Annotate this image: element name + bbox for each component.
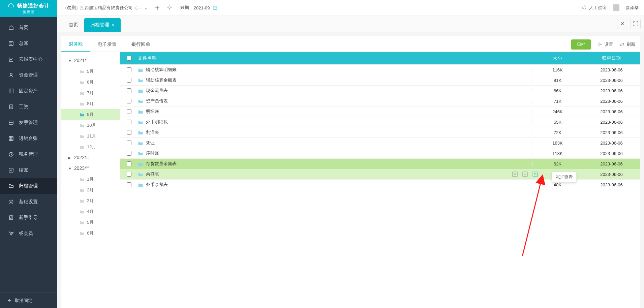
sidebar-item[interactable]: 结账 [0, 162, 57, 178]
row-checkbox[interactable] [127, 151, 131, 156]
tree-month[interactable]: 5月 [61, 217, 120, 228]
table-row[interactable]: 辅助核算明细账116K2023-06-06 [120, 65, 640, 75]
close-icon[interactable]: × [112, 23, 115, 28]
tree-month[interactable]: 12月 [61, 142, 120, 152]
row-checkbox[interactable] [127, 172, 131, 177]
sidebar-item[interactable]: 固定资产 [0, 83, 57, 99]
row-checkbox[interactable] [127, 120, 131, 124]
table-row[interactable]: 存货数量余额表62K2023-06-06 [120, 159, 640, 169]
folder-icon [80, 80, 84, 84]
excel-download-icon[interactable] [512, 171, 518, 177]
pdf-view-icon[interactable] [532, 171, 538, 177]
col-name: 文件名称 [138, 55, 532, 61]
nav-icon [8, 199, 14, 205]
tree-month[interactable]: 3月 [61, 195, 120, 206]
pdf-download-icon[interactable] [522, 171, 528, 177]
sidebar-item[interactable]: 归档管理 [0, 178, 57, 194]
content: 财务账电子发票银行回单 归档 设置 刷新 ▼2021年5月6月7月8月9月10月… [57, 32, 644, 308]
sidebar-item-label: 总账 [19, 40, 28, 47]
company-selector[interactable]: （勿删）江西服宝精品有限责任公司（... ⌄ [63, 5, 148, 11]
nav-icon [8, 104, 14, 110]
close-button[interactable]: ✕ [617, 19, 627, 29]
sidebar-item[interactable]: 进销台账 [0, 130, 57, 146]
nav-icon [8, 215, 14, 221]
tree-month[interactable]: 2月 [61, 185, 120, 195]
tree-month[interactable]: 4月 [61, 206, 120, 217]
sidebar-item[interactable]: 新手引导 [0, 210, 57, 225]
tab[interactable]: 归档管理× [84, 18, 121, 32]
tree-month-label: 11月 [87, 133, 96, 139]
tabbar: 首页归档管理× ✕ ⛶ [57, 16, 644, 32]
table-row[interactable]: 辅助核算余额表81K2023-06-06 [120, 75, 640, 86]
folder-icon [80, 91, 84, 95]
row-checkbox[interactable] [127, 88, 131, 93]
tree-month[interactable]: 9月 [61, 109, 120, 120]
sidebar-unpin[interactable]: 取消固定 [0, 292, 57, 308]
username: 徐泽华 [625, 5, 639, 11]
sidebar-item[interactable]: 发票管理 [0, 115, 57, 130]
sidebar-item-label: 新手引导 [19, 215, 38, 221]
consult-button[interactable]: 人工咨询 [582, 5, 607, 11]
sidebar-item[interactable]: 工资 [0, 99, 57, 115]
avatar[interactable] [613, 4, 619, 11]
select-all-checkbox[interactable] [127, 56, 131, 61]
tree-month[interactable]: 1月 [61, 174, 120, 185]
tree-month[interactable]: 10月 [61, 120, 120, 131]
sidebar-item[interactable]: 基础设置 [0, 194, 57, 210]
folder-icon [80, 113, 84, 117]
tree-month[interactable]: 8月 [61, 98, 120, 109]
table-row[interactable]: 明细账246K2023-06-06 [120, 106, 640, 117]
plus-icon[interactable] [155, 5, 160, 10]
sidebar-item[interactable]: 总账 [0, 35, 57, 51]
row-checkbox[interactable] [127, 182, 131, 187]
tree-month[interactable]: 11月 [61, 131, 120, 142]
table-row[interactable]: 资产负债表71K2023-06-06 [120, 96, 640, 106]
gear-icon[interactable] [167, 5, 172, 10]
calendar-icon[interactable] [213, 5, 217, 10]
row-checkbox[interactable] [127, 130, 131, 135]
row-checkbox[interactable] [127, 67, 131, 72]
sidebar-item[interactable]: 资金管理 [0, 67, 57, 83]
row-checkbox[interactable] [127, 109, 131, 114]
sidebar-item[interactable]: 税务管理 [0, 146, 57, 162]
table-row[interactable]: 凭证163K2023-06-06 [120, 138, 640, 148]
table-row[interactable]: 现金流量表66K2023-06-06 [120, 86, 640, 96]
tree-month-label: 2月 [87, 187, 94, 193]
tree-year[interactable]: ▶2022年 [61, 152, 120, 163]
tree-year[interactable]: ▼2021年 [61, 55, 120, 66]
row-checkbox[interactable] [127, 99, 131, 103]
file-date: 2023-06-06 [583, 130, 640, 135]
tree-month[interactable]: 7月 [61, 88, 120, 98]
tree-year[interactable]: ▼2023年 [61, 163, 120, 174]
tab[interactable]: 首页 [63, 18, 84, 32]
nav-icon [8, 25, 14, 31]
settings-button[interactable]: 设置 [597, 41, 613, 48]
sidebar-item[interactable]: 畅会员 [0, 225, 57, 241]
table-row[interactable]: 利润表72K2023-06-06 [120, 127, 640, 138]
file-date: 2023-06-06 [583, 151, 640, 156]
sidebar-item[interactable]: 首页 [0, 20, 57, 35]
svg-point-12 [599, 44, 601, 45]
folder-icon [80, 102, 84, 106]
row-checkbox[interactable] [127, 161, 131, 166]
file-name: 外币明细账 [146, 119, 168, 125]
folder-icon [138, 162, 143, 166]
table-row[interactable]: 外币明细账55K2023-06-06 [120, 117, 640, 127]
row-checkbox[interactable] [127, 141, 131, 145]
tree-month[interactable]: 5月 [61, 66, 120, 77]
period-value: 2021-09 [194, 5, 210, 10]
tree-month[interactable]: 6月 [61, 77, 120, 88]
file-date: 2023-06-06 [583, 99, 640, 104]
subtab[interactable]: 财务账 [61, 37, 90, 52]
sidebar-item[interactable]: 云报表中心 [0, 51, 57, 67]
archive-button[interactable]: 归档 [571, 39, 591, 50]
tree-month[interactable]: 6月 [61, 228, 120, 239]
row-checkbox[interactable] [127, 78, 131, 83]
refresh-button[interactable]: 刷新 [620, 41, 635, 48]
subtab[interactable]: 电子发票 [90, 37, 124, 52]
fullscreen-button[interactable]: ⛶ [631, 19, 641, 29]
table-row[interactable]: 序时账113K2023-06-06 [120, 148, 640, 159]
subtab[interactable]: 银行回单 [124, 37, 158, 52]
folder-icon [80, 134, 84, 138]
svg-rect-15 [533, 172, 538, 177]
